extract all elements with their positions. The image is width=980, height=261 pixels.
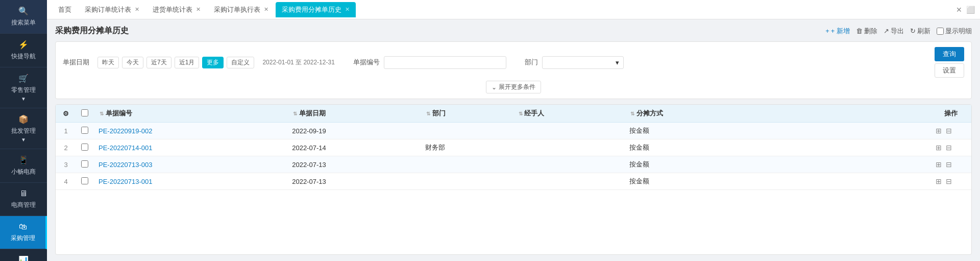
row-split-method-0: 按金额 — [624, 123, 930, 139]
close-icon4[interactable]: ✕ — [345, 6, 350, 13]
row-checkbox-3[interactable] — [76, 173, 93, 190]
doc-no-link-2[interactable]: PE-20220713-003 — [99, 161, 153, 169]
detail-icon-3[interactable]: ⊟ — [946, 177, 952, 185]
doc-no-link-3[interactable]: PE-20220713-001 — [99, 178, 153, 185]
edit-icon-1[interactable]: ⊞ — [936, 144, 942, 152]
expand-more-row: ⌄ 展开更多条件 — [63, 81, 964, 93]
tab-stock-summary-label: 进货单统计表 — [153, 5, 192, 14]
date-btn-custom[interactable]: 自定义 — [227, 57, 254, 68]
row-num-2: 3 — [56, 156, 76, 173]
refresh-button[interactable]: ↻ 刷新 — [910, 27, 930, 36]
close-icon[interactable]: ✕ — [135, 6, 139, 13]
doc-no-group: 单据编号 — [353, 56, 506, 69]
maximize-icon[interactable]: ⬜ — [966, 6, 975, 14]
filter-area: 单据日期 昨天 今天 近7天 近1月 更多 自定义 2022-01-01 至 2… — [55, 41, 972, 99]
dept-select[interactable]: ▾ — [542, 56, 624, 69]
dept-label: 部门 — [525, 58, 538, 67]
close-icon2[interactable]: ✕ — [196, 6, 201, 13]
row-handler-2 — [512, 156, 624, 173]
sidebar-item-shortcut-label: 快捷导航 — [11, 52, 36, 61]
th-doc-date[interactable]: ⇅ 单据日期 — [287, 105, 420, 123]
row-num-1: 2 — [56, 139, 76, 156]
table-row: 4 PE-20220713-001 2022-07-13 按金额 ⊞ ⊟ — [56, 173, 971, 190]
date-btn-7days[interactable]: 近7天 — [146, 57, 172, 68]
tab-purchase-order-exec[interactable]: 采购订单执行表 ✕ — [208, 2, 275, 17]
date-btn-today[interactable]: 今天 — [122, 57, 143, 68]
row-handler-3 — [512, 173, 624, 190]
header-actions: + + 新增 🗑 删除 ↗ 导出 ↻ 刷新 显示明细 — [825, 27, 972, 36]
detail-icon-0[interactable]: ⊟ — [946, 127, 952, 135]
sidebar-item-mini[interactable]: 📱 小畅电商 — [0, 149, 47, 183]
row-doc-no-1: PE-20220714-001 — [93, 139, 287, 156]
row-doc-date-1: 2022-07-14 — [287, 139, 420, 156]
tab-stock-summary[interactable]: 进货单统计表 ✕ — [146, 2, 207, 17]
row-num-3: 4 — [56, 173, 76, 190]
sidebar-item-shortcut[interactable]: ⚡ 快捷导航 — [0, 34, 47, 67]
sidebar-item-purchase[interactable]: 🛍 采购管理 — [0, 216, 47, 249]
date-btn-more[interactable]: 更多 — [202, 57, 224, 68]
sidebar-item-search[interactable]: 🔍 搜索菜单 — [0, 0, 47, 34]
purchase-icon: 🛍 — [19, 222, 27, 231]
close-icon3[interactable]: ✕ — [264, 6, 268, 13]
th-handler-label: 经手人 — [524, 109, 544, 117]
table-row: 2 PE-20220714-001 2022-07-14 财务部 按金额 ⊞ ⊟ — [56, 139, 971, 156]
edit-icon-3[interactable]: ⊞ — [936, 177, 942, 185]
row-doc-no-0: PE-20220919-002 — [93, 123, 287, 139]
sidebar-item-retail[interactable]: 🛒 零售管理 ▼ — [0, 67, 47, 108]
tab-purchase-cost-history[interactable]: 采购费用分摊单历史 ✕ — [276, 2, 356, 17]
th-dept-label: 部门 — [432, 109, 446, 117]
delete-button[interactable]: 🗑 删除 — [856, 27, 877, 36]
chevron-down-icon: ▼ — [21, 96, 26, 102]
table-row: 1 PE-20220919-002 2022-09-19 按金额 ⊞ ⊟ — [56, 123, 971, 139]
row-dept-3 — [420, 173, 512, 190]
row-dept-2 — [420, 156, 512, 173]
tab-home[interactable]: 首页 — [52, 2, 78, 17]
select-all-checkbox[interactable] — [81, 109, 88, 116]
date-btn-1month[interactable]: 近1月 — [175, 57, 200, 68]
detail-icon-2[interactable]: ⊟ — [946, 160, 952, 169]
row-checkbox-0[interactable] — [76, 123, 93, 139]
row-doc-no-2: PE-20220713-003 — [93, 156, 287, 173]
sidebar-item-search-label: 搜索菜单 — [11, 18, 36, 27]
doc-no-link-0[interactable]: PE-20220919-002 — [99, 127, 153, 135]
edit-icon-0[interactable]: ⊞ — [936, 127, 942, 135]
display-cols-checkbox[interactable] — [937, 28, 944, 35]
sort-icon: ⇅ — [100, 111, 104, 116]
sidebar-item-wholesale[interactable]: 📦 批发管理 ▼ — [0, 108, 47, 149]
doc-no-input[interactable] — [384, 56, 506, 69]
row-doc-date-3: 2022-07-13 — [287, 173, 420, 190]
refresh-label: 刷新 — [917, 27, 930, 36]
row-checkbox-2[interactable] — [76, 156, 93, 173]
sort-icon2: ⇅ — [293, 111, 297, 116]
search-button[interactable]: 查询 — [935, 47, 964, 61]
export-button[interactable]: ↗ 导出 — [884, 27, 904, 36]
row-actions-2: ⊞ ⊟ — [930, 156, 971, 173]
new-button[interactable]: + + 新增 — [825, 27, 850, 36]
settings-button[interactable]: 设置 — [935, 63, 964, 78]
sidebar-item-inventory[interactable]: 📊 库存核算 — [0, 249, 47, 261]
th-doc-no[interactable]: ⇅ 单据编号 — [93, 105, 287, 123]
wholesale-icon: 📦 — [18, 114, 29, 124]
close-all-icon[interactable]: ✕ — [956, 6, 962, 14]
row-checkbox-1[interactable] — [76, 139, 93, 156]
expand-more-button[interactable]: ⌄ 展开更多条件 — [486, 81, 541, 93]
date-btn-yesterday[interactable]: 昨天 — [97, 57, 119, 68]
th-handler[interactable]: ⇅ 经手人 — [512, 105, 624, 123]
export-label: 导出 — [891, 27, 904, 36]
doc-no-link-1[interactable]: PE-20220714-001 — [99, 144, 153, 152]
th-dept[interactable]: ⇅ 部门 — [420, 105, 512, 123]
delete-label: 删除 — [864, 27, 877, 36]
th-split-method[interactable]: ⇅ 分摊方式 — [624, 105, 930, 123]
chevron-down-dept-icon: ▾ — [616, 59, 619, 66]
tab-purchase-order-summary[interactable]: 采购订单统计表 ✕ — [79, 2, 145, 17]
display-cols-button[interactable]: 显示明细 — [937, 27, 972, 36]
plus-icon: + — [825, 27, 829, 35]
date-label: 单据日期 — [63, 58, 89, 67]
settings-icon[interactable]: ⚙ — [63, 110, 69, 117]
sidebar-item-ecommerce[interactable]: 🖥 电商管理 — [0, 183, 47, 216]
th-split-method-label: 分摊方式 — [636, 109, 663, 117]
detail-icon-1[interactable]: ⊟ — [946, 144, 952, 152]
sidebar-item-purchase-label: 采购管理 — [11, 234, 35, 243]
th-settings[interactable]: ⚙ — [56, 105, 76, 123]
edit-icon-2[interactable]: ⊞ — [936, 160, 942, 169]
